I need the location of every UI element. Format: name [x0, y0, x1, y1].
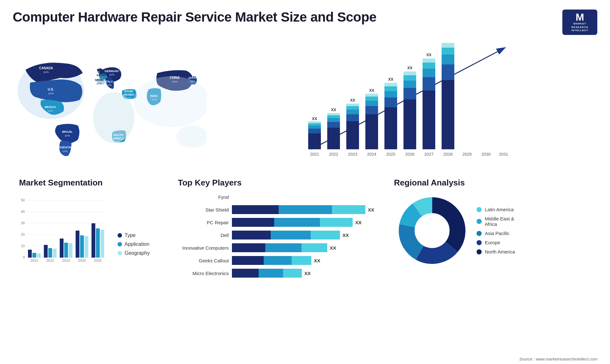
legend-geography: Geography: [118, 250, 150, 256]
segmentation-chart: 0 10 20 30 40 50 60: [19, 192, 108, 262]
svg-text:xx%: xx%: [109, 73, 114, 76]
svg-rect-94: [28, 250, 32, 258]
geography-dot: [118, 251, 122, 255]
player-starshield: Star Shield XX: [178, 205, 375, 214]
svg-rect-102: [69, 243, 72, 258]
map-label-brazil: BRAZIL: [62, 130, 73, 133]
svg-text:2031: 2031: [499, 152, 508, 157]
me-label: Middle East &Africa: [485, 216, 514, 227]
na-label: North America: [485, 249, 515, 254]
svg-text:xx%: xx%: [126, 97, 131, 100]
svg-rect-68: [442, 80, 454, 149]
svg-text:AFRICA: AFRICA: [113, 137, 124, 140]
map-label-germany: GERMANY: [105, 70, 119, 73]
svg-rect-27: [327, 122, 340, 128]
seg-chart-container: 0 10 20 30 40 50 60: [19, 192, 159, 262]
svg-text:xx%: xx%: [115, 140, 121, 144]
svg-point-3: [176, 125, 207, 148]
svg-text:xx%: xx%: [106, 84, 112, 87]
svg-text:2028: 2028: [444, 152, 453, 157]
map-label-mexico: MEXICO: [44, 105, 56, 109]
svg-rect-103: [76, 231, 79, 258]
map-label-argentina: ARGENTINA: [57, 146, 74, 149]
player-bar-fynd: [232, 192, 375, 201]
svg-text:XX: XX: [331, 108, 336, 112]
map-label-uk: U.K.: [94, 67, 100, 70]
svg-text:40: 40: [21, 210, 25, 213]
seg-legend: Type Application Geography: [118, 233, 150, 262]
svg-text:xx%: xx%: [190, 80, 195, 83]
svg-rect-36: [346, 106, 359, 110]
map-label-italy: ITALY: [105, 80, 113, 83]
player-bar-dell: XX: [232, 231, 375, 239]
player-pcrepair: PC Repair XX: [178, 218, 375, 227]
svg-text:2021: 2021: [310, 152, 319, 157]
player-name-micro: Micro Electronics: [178, 271, 229, 276]
svg-text:ARABIA: ARABIA: [123, 93, 134, 96]
source-text: Source : www.marketresearchintellect.com: [519, 357, 597, 361]
player-geeks: Geeks Callout XX: [178, 256, 375, 265]
svg-rect-71: [442, 48, 454, 55]
logo-letter: M: [576, 12, 584, 22]
player-bar-micro: XX: [232, 269, 375, 278]
svg-text:XX: XX: [369, 88, 374, 93]
svg-text:XX: XX: [426, 53, 431, 57]
header: Computer Hardware Repair Service Market …: [0, 0, 610, 38]
svg-text:2024: 2024: [367, 152, 376, 157]
svg-text:xx%: xx%: [64, 134, 70, 137]
player-value-starshield: XX: [368, 207, 374, 212]
svg-rect-26: [327, 128, 340, 149]
regional-legend: Latin America Middle East &Africa Asia P…: [477, 207, 515, 254]
svg-text:0: 0: [23, 255, 25, 259]
eu-dot: [477, 240, 482, 245]
svg-rect-70: [442, 55, 454, 64]
legend-type: Type: [118, 233, 150, 238]
bar-chart-section: XX 2021 XX 2022 XX 2023 XX 20: [210, 38, 597, 172]
svg-text:XX: XX: [445, 41, 451, 42]
map-label-us: U.S.: [48, 88, 54, 91]
regional-title: Regional Analysis: [394, 178, 591, 188]
svg-text:XX: XX: [388, 77, 393, 82]
bar-2021-eu: [308, 129, 321, 133]
bar-2021-me: [308, 123, 321, 125]
svg-text:xx%: xx%: [47, 109, 53, 112]
logo-text: MARKETRESEARCHINTELLECT: [572, 22, 588, 32]
type-dot: [118, 233, 122, 238]
player-innovative: Innovative Computers XX: [178, 243, 375, 252]
bar-chart: XX 2021 XX 2022 XX 2023 XX 20: [216, 41, 591, 168]
legend-application: Application: [118, 241, 150, 247]
legend-europe: Europe: [477, 240, 515, 245]
svg-text:XX: XX: [312, 117, 317, 121]
svg-text:2027: 2027: [424, 152, 434, 157]
svg-rect-47: [384, 107, 397, 149]
svg-rect-35: [346, 110, 359, 114]
players-title: Top Key Players: [178, 178, 375, 188]
player-value-micro: XX: [304, 271, 311, 276]
svg-text:50: 50: [21, 198, 25, 202]
world-map: CANADA xx% U.S. xx% MEXICO xx% BRAZIL xx…: [16, 41, 207, 168]
map-label-saudi: SAUDI: [124, 90, 133, 93]
svg-rect-106: [92, 223, 95, 258]
na-dot: [477, 249, 482, 254]
donut-chart: [394, 192, 470, 269]
svg-text:xx%: xx%: [94, 70, 100, 73]
svg-rect-58: [403, 71, 416, 75]
svg-text:2029: 2029: [463, 152, 472, 157]
player-name-pcrepair: PC Repair: [178, 220, 229, 225]
svg-rect-29: [327, 115, 340, 118]
map-section: CANADA xx% U.S. xx% MEXICO xx% BRAZIL xx…: [13, 38, 210, 172]
svg-text:2023: 2023: [62, 259, 70, 262]
segmentation-title: Market Segmentation: [19, 178, 159, 188]
legend-asia-pacific: Asia Pacific: [477, 231, 515, 236]
players-section: Top Key Players Fynd Star Shield: [172, 175, 381, 281]
svg-rect-57: [403, 75, 416, 81]
svg-text:2023: 2023: [348, 152, 357, 157]
svg-rect-40: [365, 114, 378, 149]
svg-text:30: 30: [21, 221, 25, 225]
svg-rect-95: [32, 253, 36, 258]
map-label-china: CHINA: [170, 76, 180, 79]
svg-text:2022: 2022: [329, 152, 338, 157]
player-name-starshield: Star Shield: [178, 207, 229, 212]
svg-rect-54: [403, 99, 416, 149]
svg-rect-48: [384, 98, 397, 107]
